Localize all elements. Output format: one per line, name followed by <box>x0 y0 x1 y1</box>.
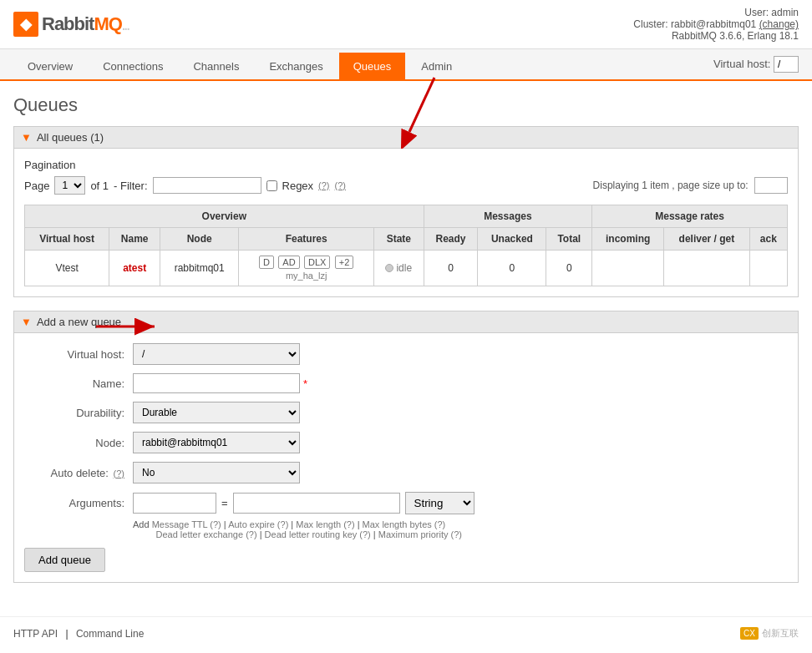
form-row-node: Node: rabbit@rabbitmq01 <box>24 432 788 453</box>
virtual-host-nav: Virtual host: <box>713 49 799 79</box>
main-content: Queues ▼ All queues (1) Pagination Page … <box>0 81 812 610</box>
pagination-row: Page 1 of 1 - Filter: Regex (?) (?) Disp… <box>24 176 788 195</box>
footer: HTTP API | Command Line CX 创新互联 <box>0 616 812 650</box>
auto-delete-text: Auto delete: <box>51 467 109 479</box>
arguments-label: Arguments: <box>24 497 124 509</box>
regex-hint2[interactable]: (?) <box>335 180 346 190</box>
th-ready: Ready <box>424 228 478 251</box>
link-dead-letter-exchange[interactable]: Dead letter exchange (?) <box>156 529 257 539</box>
page-size-input[interactable] <box>754 177 788 194</box>
page-select[interactable]: 1 <box>54 176 85 195</box>
logo: ◆ RabbitMQ... <box>13 12 129 37</box>
tab-exchanges[interactable]: Exchanges <box>255 53 337 79</box>
queues-table-container: Overview Messages Message rates Virtual … <box>24 205 788 286</box>
cell-node: rabbitmq01 <box>160 251 239 286</box>
footer-separator: | <box>65 628 68 640</box>
queue-name-link[interactable]: atest <box>123 262 146 274</box>
displaying-label: Displaying 1 item , page size up to: <box>593 177 788 194</box>
rabbit-icon: ◆ <box>13 12 38 37</box>
auto-delete-label: Auto delete: (?) <box>24 467 124 479</box>
link-maximum-priority[interactable]: Maximum priority (?) <box>378 529 462 539</box>
auto-delete-select[interactable]: No Yes <box>133 462 300 483</box>
tab-overview[interactable]: Overview <box>13 53 87 79</box>
pagination-label: Pagination <box>24 159 788 171</box>
link-dead-letter-routing-key[interactable]: Dead letter routing key (?) <box>265 529 371 539</box>
page-title: Queues <box>13 94 799 116</box>
th-total: Total <box>546 228 592 251</box>
th-virtual-host: Virtual host <box>25 228 109 251</box>
all-queues-header[interactable]: ▼ All queues (1) <box>13 126 799 149</box>
form-row-virtual-host: Virtual host: / <box>24 343 788 365</box>
header-info: User: admin Cluster: rabbit@rabbitmq01 (… <box>633 7 799 42</box>
nav: Overview Connections Channels Exchanges … <box>0 49 812 81</box>
cell-virtual-host: Vtest <box>25 251 109 286</box>
name-form-label: Name: <box>24 377 124 390</box>
feature-d: D <box>259 256 274 269</box>
of-label: of 1 <box>90 180 109 192</box>
regex-checkbox[interactable] <box>266 180 277 191</box>
feature-ad: AD <box>278 256 299 269</box>
version-label: RabbitMQ 3.6.6, Erlang 18.1 <box>672 30 799 42</box>
idle-dot <box>385 264 393 272</box>
link-message-ttl[interactable]: Message TTL (?) <box>152 519 221 529</box>
cell-ready: 0 <box>424 251 478 286</box>
virtual-host-input[interactable] <box>774 56 799 73</box>
link-max-length[interactable]: Max length (?) <box>296 519 354 529</box>
filter-label: - Filter: <box>114 180 147 192</box>
th-node: Node <box>160 228 239 251</box>
table-row: Vtest atest rabbitmq01 D AD DLX +2 <box>25 251 788 286</box>
tab-admin[interactable]: Admin <box>407 53 466 79</box>
node-select[interactable]: rabbit@rabbitmq01 <box>133 432 300 453</box>
name-input[interactable] <box>133 373 300 393</box>
virtual-host-label: Virtual host: <box>713 58 770 70</box>
virtual-host-form-label: Virtual host: <box>24 348 124 361</box>
cell-unacked: 0 <box>478 251 546 286</box>
logo-text: RabbitMQ... <box>42 13 129 35</box>
tab-channels[interactable]: Channels <box>179 53 253 79</box>
node-label: Node: <box>24 437 124 449</box>
feature-plus2[interactable]: +2 <box>335 256 354 269</box>
add-collapse-arrow: ▼ <box>21 316 32 328</box>
command-line-link[interactable]: Command Line <box>76 628 144 640</box>
add-queue-section: ▼ Add a new queue Virtual host: / Name: … <box>13 311 799 583</box>
add-queue-button-row: Add queue <box>24 548 788 572</box>
brand-icon: CX <box>740 627 759 640</box>
regex-hint1[interactable]: (?) <box>318 180 329 190</box>
change-link[interactable]: (change) <box>759 18 799 30</box>
cell-incoming <box>592 251 664 286</box>
auto-delete-hint[interactable]: (?) <box>114 468 124 478</box>
arguments-type-select[interactable]: String Number Boolean List <box>405 492 475 514</box>
feature-sub: my_ha_lzj <box>286 271 327 281</box>
footer-links: HTTP API | Command Line <box>13 628 144 640</box>
add-queue-button[interactable]: Add queue <box>24 548 105 572</box>
add-queue-header[interactable]: ▼ Add a new queue <box>13 311 799 333</box>
filter-input[interactable] <box>153 177 261 194</box>
all-queues-label: All queues (1) <box>37 131 104 144</box>
cell-deliver-get <box>664 251 749 286</box>
form-row-auto-delete: Auto delete: (?) No Yes <box>24 462 788 483</box>
message-rates-header: Message rates <box>592 205 788 228</box>
version-info: RabbitMQ 3.6.6, Erlang 18.1 <box>633 30 799 42</box>
state-badge: idle <box>385 262 412 274</box>
brand-text: 创新互联 <box>762 627 799 640</box>
form-row-name: Name: * <box>24 373 788 393</box>
durability-select[interactable]: Durable Transient <box>133 402 300 423</box>
link-max-length-bytes[interactable]: Max length bytes (?) <box>363 519 446 529</box>
user-info: User: admin <box>633 7 799 18</box>
header: ◆ RabbitMQ... User: admin Cluster: rabbi… <box>0 0 812 49</box>
cell-name: atest <box>109 251 160 286</box>
tab-connections[interactable]: Connections <box>89 53 177 79</box>
th-incoming: incoming <box>592 228 664 251</box>
virtual-host-select[interactable]: / <box>133 343 300 365</box>
arguments-key-input[interactable] <box>133 493 216 514</box>
arguments-value-input[interactable] <box>233 493 400 514</box>
tab-queues[interactable]: Queues <box>339 53 406 79</box>
page-label: Page <box>24 180 49 192</box>
idle-text: idle <box>396 262 412 274</box>
add-label: Add <box>133 519 152 529</box>
cell-total: 0 <box>546 251 592 286</box>
th-deliver-get: deliver / get <box>664 228 749 251</box>
messages-header: Messages <box>424 205 592 228</box>
http-api-link[interactable]: HTTP API <box>13 628 58 640</box>
link-auto-expire[interactable]: Auto expire (?) <box>228 519 288 529</box>
